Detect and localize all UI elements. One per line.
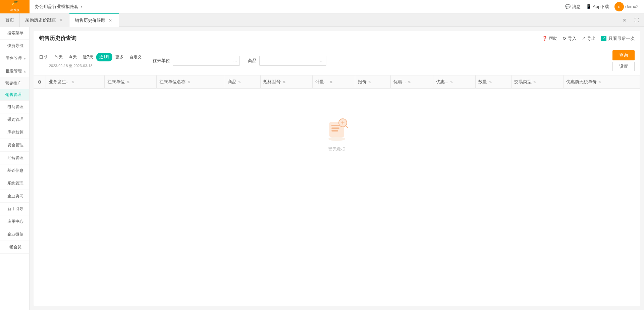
sort-icon: ⇅ <box>187 80 190 84</box>
sidebar-item-ecom-mgmt[interactable]: 电商管理 <box>0 101 29 113</box>
tab-purchase-close-icon[interactable]: ✕ <box>58 17 64 23</box>
sidebar-ecom-label: 电商管理 <box>4 104 26 110</box>
table-col-trade-type[interactable]: 交易类型 ⇅ <box>511 75 563 89</box>
logo-text: 标准版 <box>10 8 19 12</box>
sidebar: 搜索菜单 快捷导航 零售管理 ▼ 批发管理 ▲ 营销推广 销售管理 电商管理 采… <box>0 27 30 310</box>
date-btn-last1m[interactable]: 近1月 <box>96 53 113 61</box>
table-col-discount1[interactable]: 优惠... ⇅ <box>391 75 433 89</box>
tab-close-all-button[interactable]: ✕ <box>620 15 629 25</box>
sidebar-item-wholesale-mgmt[interactable]: 批发管理 ▲ <box>0 65 29 78</box>
message-button[interactable]: 💬 消息 <box>565 4 581 10</box>
filter-partner-input[interactable]: ··· <box>173 56 240 66</box>
tab-home[interactable]: 首页 <box>0 13 20 27</box>
sidebar-item-app-center[interactable]: 应用中心 <box>0 215 29 228</box>
table-col-quantity[interactable]: 数量 ⇅ <box>476 75 511 89</box>
table-col-settings[interactable]: ⚙ <box>34 75 46 89</box>
sidebar-item-basic-info[interactable]: 基础信息 <box>0 164 29 177</box>
sidebar-item-inventory[interactable]: 库存核算 <box>0 126 29 139</box>
main-layout: 搜索菜单 快捷导航 零售管理 ▼ 批发管理 ▲ 营销推广 销售管理 电商管理 采… <box>0 27 644 310</box>
table-col-unit[interactable]: 计量... ⇅ <box>313 75 355 89</box>
table-col-goods[interactable]: 商品 ⇅ <box>225 75 260 89</box>
query-button[interactable]: 查询 <box>612 50 635 60</box>
sidebar-item-finance-mgmt[interactable]: 资金管理 <box>0 139 29 152</box>
tab-sales-history[interactable]: 销售历史价跟踪 ✕ <box>69 13 119 27</box>
sidebar-inventory-label: 库存核算 <box>4 130 26 135</box>
sort-icon: ⇅ <box>533 80 536 84</box>
app-selector[interactable]: 办公用品行业模拟账套 ▼ <box>32 2 86 11</box>
table-col-spec[interactable]: 规格型号 ⇅ <box>261 75 313 89</box>
message-label: 消息 <box>572 4 581 10</box>
sidebar-item-new-guide[interactable]: 新手引导 <box>0 203 29 215</box>
sidebar-finance-label: 资金管理 <box>4 142 26 148</box>
sidebar-item-sales-mgmt[interactable]: 销售管理 <box>0 89 29 101</box>
empty-icon <box>323 115 350 142</box>
table-col-partner-name[interactable]: 往来单位名称 ⇅ <box>156 75 225 89</box>
sidebar-item-enterprise-coop[interactable]: 企业协同 <box>0 190 29 203</box>
svg-point-0 <box>328 137 345 141</box>
header-left: 🍊 标准版 办公用品行业模拟账套 ▼ <box>0 0 86 13</box>
chevron-down-icon: ▼ <box>80 5 83 8</box>
app-download-button[interactable]: 📱 App下载 <box>586 4 609 10</box>
sidebar-item-member[interactable]: 畅会员 <box>0 241 29 254</box>
filter-goods-dots: ··· <box>320 58 324 63</box>
sort-icon: ⇅ <box>283 80 285 84</box>
sort-icon: ⇅ <box>71 80 74 84</box>
sidebar-newguide-label: 新手引导 <box>4 206 26 212</box>
date-btn-last7[interactable]: 近7天 <box>80 53 96 61</box>
sidebar-retail-label: 零售管理 <box>4 56 23 61</box>
sort-icon: ⇅ <box>489 80 492 84</box>
table-col-pretax-price[interactable]: 优惠前无税单价 ⇅ <box>563 75 640 89</box>
settings-button[interactable]: 设置 <box>612 62 635 71</box>
sidebar-entcoop-label: 企业协同 <box>4 193 26 199</box>
date-btn-custom[interactable]: 自定义 <box>126 53 145 61</box>
sidebar-item-quick-nav[interactable]: 快捷导航 <box>0 40 29 52</box>
date-range-text: 2023-02-18 至 2023-03-18 <box>49 63 145 68</box>
import-button[interactable]: ⟳ 导入 <box>563 36 577 42</box>
checkbox-icon: ✓ <box>601 36 606 41</box>
avatar: d <box>614 2 624 11</box>
export-button[interactable]: ↗ 导出 <box>582 36 596 42</box>
tab-sales-label: 销售历史价跟踪 <box>75 17 105 23</box>
tab-actions: ✕ ⛶ <box>617 15 644 25</box>
sort-icon: ⇅ <box>598 80 601 84</box>
user-name: demo2 <box>625 4 639 9</box>
page-title-actions: ❓ 帮助 ⟳ 导入 ↗ 导出 ✓ 只看最后一次 <box>542 36 635 42</box>
download-icon: 📱 <box>586 4 591 9</box>
sidebar-basicinfo-label: 基础信息 <box>4 168 26 173</box>
sidebar-item-search-menu[interactable]: 搜索菜单 <box>0 27 29 40</box>
table-col-discount2[interactable]: 优惠... ⇅ <box>433 75 476 89</box>
chevron-up-icon: ▲ <box>23 69 26 73</box>
sidebar-item-sys-mgmt[interactable]: 系统管理 <box>0 177 29 190</box>
sort-icon: ⇅ <box>408 80 411 84</box>
date-btn-today[interactable]: 今天 <box>66 53 80 61</box>
logo-icon: 🍊 <box>11 1 18 8</box>
user-menu[interactable]: d demo2 <box>614 2 639 11</box>
date-btn-yesterday[interactable]: 昨天 <box>52 53 66 61</box>
svg-rect-4 <box>331 130 338 132</box>
tab-fullscreen-button[interactable]: ⛶ <box>632 15 641 25</box>
table-col-quoted-price[interactable]: 报价 ⇅ <box>355 75 390 89</box>
page-card: 销售历史价查询 ❓ 帮助 ⟳ 导入 ↗ 导出 ✓ <box>34 31 640 306</box>
sort-icon: ⇅ <box>127 80 129 84</box>
sidebar-item-ops-mgmt[interactable]: 经营管理 <box>0 152 29 164</box>
help-button[interactable]: ❓ 帮助 <box>542 36 557 42</box>
filter-goods-input[interactable]: ··· <box>259 56 326 66</box>
sidebar-item-retail-mgmt[interactable]: 零售管理 ▼ <box>0 52 29 65</box>
app-download-label: App下载 <box>593 4 609 10</box>
empty-state: 暂无数据 <box>34 89 640 179</box>
sidebar-quicknav-label: 快捷导航 <box>4 43 26 49</box>
sort-icon: ⇅ <box>238 80 241 84</box>
only-last-checkbox[interactable]: ✓ 只看最后一次 <box>601 36 635 42</box>
tab-purchase-history[interactable]: 采购历史价跟踪 ✕ <box>20 13 69 27</box>
table-col-biz-date[interactable]: 业务发生... ⇅ <box>46 75 104 89</box>
sidebar-item-purchase-mgmt[interactable]: 采购管理 <box>0 113 29 126</box>
sidebar-item-marketing[interactable]: 营销推广 <box>0 78 29 89</box>
tab-sales-close-icon[interactable]: ✕ <box>107 17 113 23</box>
table-col-partner-code[interactable]: 往来单位 ⇅ <box>104 75 156 89</box>
sidebar-item-enterprise-wechat[interactable]: 企业微信 <box>0 228 29 241</box>
date-btn-more[interactable]: 更多 <box>112 53 126 61</box>
sidebar-entwechat-label: 企业微信 <box>4 231 26 237</box>
help-label: 帮助 <box>549 36 557 42</box>
logo[interactable]: 🍊 标准版 <box>0 0 30 13</box>
filter-date-buttons: 昨天 今天 近7天 近1月 更多 自定义 <box>52 53 145 61</box>
